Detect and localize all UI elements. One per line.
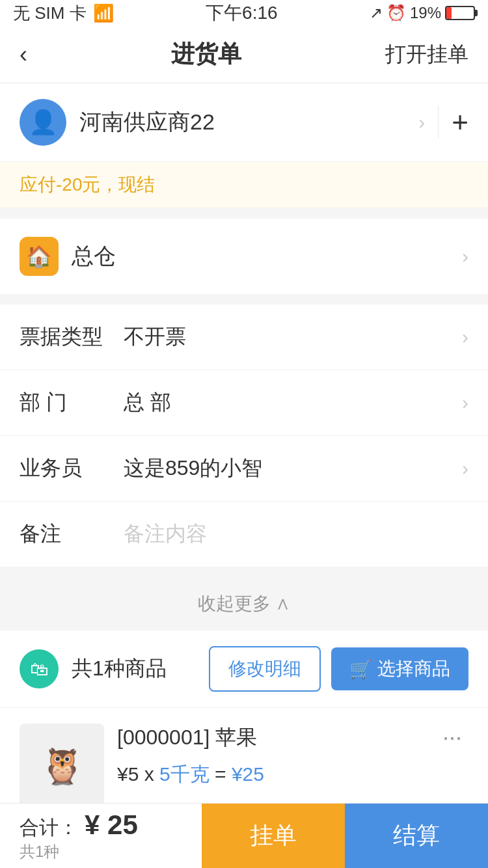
footer: 合计： ¥ 25 共1种 挂单 结算 (0, 803, 488, 868)
remark-value: 备注内容 (111, 520, 468, 549)
open-pending-button[interactable]: 打开挂单 (385, 40, 468, 69)
remark-row[interactable]: 备注 备注内容 (0, 502, 488, 567)
form-section: 票据类型 不开票 › 部 门 总 部 › 业务员 这是859的小智 › 备注 备… (0, 305, 488, 567)
add-supplier-button[interactable]: + (452, 106, 468, 139)
hang-order-button[interactable]: 挂单 (202, 804, 345, 868)
select-product-label: 选择商品 (377, 657, 450, 681)
invoice-type-value: 不开票 (111, 323, 455, 351)
products-icon: 🛍 (20, 649, 59, 688)
product-qty: 5千克 (159, 763, 210, 785)
warehouse-icon: 🏠 (20, 237, 59, 276)
remark-label: 备注 (20, 520, 111, 549)
warehouse-chevron-icon: › (462, 245, 468, 267)
supplier-name: 河南供应商22 (79, 107, 412, 137)
product-code: [0000001] 苹果 (117, 726, 257, 749)
equals-sign: = (215, 763, 232, 785)
collapse-bar[interactable]: 收起更多 ∧ (0, 577, 488, 631)
product-thumbnail: 🦉 (20, 724, 104, 808)
status-left: 无 SIM 卡 📶 (13, 2, 114, 25)
warehouse-row[interactable]: 🏠 总仓 › (0, 219, 488, 294)
status-time: 下午6:16 (206, 1, 278, 25)
products-section: 🛍 共1种商品 修改明细 🛒 选择商品 🦉 [0000001] 苹果 ¥5 x … (0, 631, 488, 824)
carrier-label: 无 SIM 卡 (13, 2, 87, 25)
location-icon: ↗ (370, 4, 383, 22)
department-row[interactable]: 部 门 总 部 › (0, 370, 488, 436)
footer-total: 合计： ¥ 25 共1种 (0, 804, 202, 868)
nav-bar: ‹ 进货单 打开挂单 (0, 26, 488, 83)
salesperson-row[interactable]: 业务员 这是859的小智 › (0, 436, 488, 502)
product-more-button[interactable]: ··· (436, 724, 468, 751)
products-header: 🛍 共1种商品 修改明细 🛒 选择商品 (0, 631, 488, 708)
supplier-chevron-icon: › (418, 111, 425, 133)
total-count: 共1种 (20, 841, 182, 862)
unit-price: ¥5 x (117, 763, 159, 785)
settle-button[interactable]: 结算 (345, 804, 488, 868)
salesperson-chevron-icon: › (462, 457, 468, 480)
battery-label: 19% (410, 4, 441, 22)
page-title: 进货单 (171, 38, 241, 70)
cart-icon: 🛒 (349, 658, 372, 680)
wifi-icon: 📶 (93, 3, 114, 23)
invoice-type-chevron-icon: › (462, 326, 468, 348)
supplier-section: 👤 河南供应商22 › + 应付-20元，现结 (0, 83, 488, 208)
supplier-avatar: 👤 (20, 99, 66, 146)
invoice-type-label: 票据类型 (20, 323, 111, 351)
department-chevron-icon: › (462, 392, 468, 414)
product-total: ¥25 (232, 763, 264, 785)
department-label: 部 门 (20, 388, 111, 417)
products-count: 共1种商品 (72, 655, 209, 683)
product-name: [0000001] 苹果 (117, 724, 436, 752)
product-price: ¥5 x 5千克 = ¥25 (117, 761, 436, 788)
status-bar: 无 SIM 卡 📶 下午6:16 ↗ ⏰ 19% (0, 0, 488, 26)
alarm-icon: ⏰ (386, 4, 406, 22)
battery-icon (445, 6, 475, 20)
warehouse-name: 总仓 (72, 241, 455, 271)
total-amount: ¥ 25 (85, 809, 138, 841)
avatar-icon: 👤 (29, 109, 58, 136)
salesperson-label: 业务员 (20, 454, 111, 483)
select-product-button[interactable]: 🛒 选择商品 (331, 647, 468, 690)
department-value: 总 部 (111, 388, 455, 417)
vertical-divider (438, 106, 439, 139)
payment-notice: 应付-20元，现结 (0, 162, 488, 208)
invoice-type-row[interactable]: 票据类型 不开票 › (0, 305, 488, 370)
edit-detail-button[interactable]: 修改明细 (209, 646, 321, 692)
supplier-row[interactable]: 👤 河南供应商22 › + (0, 83, 488, 162)
back-button[interactable]: ‹ (20, 41, 27, 68)
salesperson-value: 这是859的小智 (111, 454, 455, 483)
product-thumb-icon: 🦉 (40, 746, 84, 787)
warehouse-section: 🏠 总仓 › (0, 219, 488, 294)
total-label: 合计： (20, 815, 78, 841)
product-info: [0000001] 苹果 ¥5 x 5千克 = ¥25 (117, 724, 436, 788)
status-right: ↗ ⏰ 19% (370, 4, 475, 22)
